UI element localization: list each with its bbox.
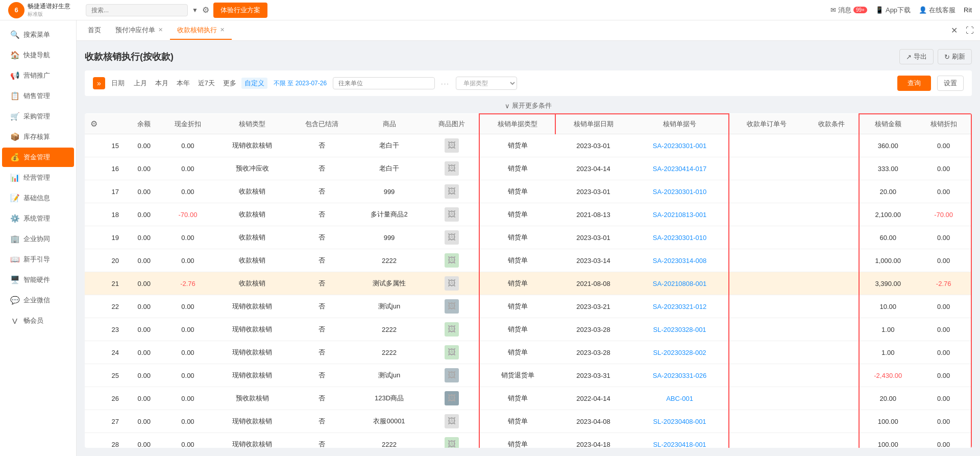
bill-no-link[interactable]: SA-20230321-012 <box>653 303 707 310</box>
expand-icon: ∨ <box>505 102 510 110</box>
search-input[interactable] <box>86 4 188 16</box>
online-service[interactable]: 👤 在线客服 <box>919 6 955 15</box>
bill-no-link[interactable]: SA-20230301-010 <box>653 188 707 196</box>
cell-balance: 0.00 <box>127 295 160 318</box>
marketing-icon: 📢 <box>10 71 19 80</box>
user-name[interactable]: Rit <box>964 6 972 14</box>
sidebar-item-wechat[interactable]: 💬 企业微信 <box>2 291 74 310</box>
bill-type-select[interactable]: 单据类型 <box>456 77 517 90</box>
cell-verify-bill-type: 销货单 <box>479 410 556 433</box>
bill-no-link[interactable]: SA-20230314-008 <box>653 257 707 265</box>
operations-icon: 📊 <box>10 173 19 182</box>
top-bar: 6 畅捷通谱好生意 标准版 ▼ ⚙ 体验行业方案 ✉ 消息 99+ 📱 App下… <box>0 0 980 20</box>
bill-no-link[interactable]: SL-20230408-001 <box>653 418 706 425</box>
cell-settings <box>85 318 103 341</box>
tab-prepaid-close[interactable]: ✕ <box>158 27 163 33</box>
cell-settings <box>85 410 103 433</box>
bill-no-link[interactable]: SA-20230301-010 <box>653 234 707 242</box>
sidebar-item-system[interactable]: ⚙️ 系统管理 <box>2 209 74 228</box>
tab-collection-close[interactable]: ✕ <box>220 27 225 33</box>
bill-no-link[interactable]: SA-20230331-026 <box>653 372 707 379</box>
cell-balance: 0.00 <box>127 226 160 249</box>
bill-no-link[interactable]: SA-20230301-001 <box>653 142 707 150</box>
industry-btn[interactable]: 体验行业方案 <box>213 3 267 18</box>
cell-verify-bill-no: SA-20210813-001 <box>631 203 729 226</box>
inventory-icon: 📦 <box>10 132 19 141</box>
cell-verify-discount: 0.00 <box>916 341 971 364</box>
sidebar-item-guide[interactable]: 📖 新手引导 <box>2 250 74 269</box>
search-area: ▼ ⚙ 体验行业方案 <box>86 3 824 18</box>
app-download[interactable]: 📱 App下载 <box>875 6 911 15</box>
sidebar-item-smart-hw[interactable]: 🖥️ 智能硬件 <box>2 270 74 290</box>
cell-product: 999 <box>354 180 425 203</box>
cell-verify-bill-no: ABC-001 <box>631 387 729 410</box>
date-btn-last-month[interactable]: 上月 <box>131 78 150 89</box>
filter-toggle-btn[interactable]: » <box>93 77 105 89</box>
counterparty-input[interactable] <box>333 77 435 89</box>
logo-sub: 标准版 <box>28 11 70 18</box>
sales-icon: 📋 <box>10 91 19 101</box>
bill-no-link[interactable]: SA-20230414-017 <box>653 165 707 173</box>
cell-verify-discount: -70.00 <box>916 203 971 226</box>
cell-verify-discount: 0.00 <box>916 318 971 341</box>
sidebar-item-purchase[interactable]: 🛒 采购管理 <box>2 107 74 126</box>
bill-no-link[interactable]: SA-20210813-001 <box>653 211 707 219</box>
filter-setting-btn[interactable]: 设置 <box>937 76 964 91</box>
cell-verify-type: 收款核销 <box>215 249 290 272</box>
message-notif[interactable]: ✉ 消息 99+ <box>830 6 867 15</box>
date-range-display: 不限 至 2023-07-26 <box>274 79 327 88</box>
basic-info-icon: 📝 <box>10 194 19 203</box>
sidebar-item-basic-info[interactable]: 📝 基础信息 <box>2 188 74 208</box>
tab-collection-label: 收款核销执行 <box>177 26 217 35</box>
sidebar-item-marketing[interactable]: 📢 营销推广 <box>2 66 74 85</box>
expand-more-btn[interactable]: ∨ 展开更多条件 <box>505 101 552 110</box>
date-btn-this-year[interactable]: 本年 <box>174 78 193 89</box>
cell-verify-bill-date: 2023-03-31 <box>555 364 631 387</box>
export-btn[interactable]: ↗ 导出 <box>899 49 934 64</box>
page-content: 收款核销执行(按收款) ↗ 导出 ↻ 刷新 » 日期 上月 <box>77 41 980 456</box>
date-btn-more[interactable]: 更多 <box>220 78 239 89</box>
cell-verify-type: 现销收款核销 <box>215 295 290 318</box>
date-btn-custom[interactable]: 自定义 <box>241 78 267 89</box>
cell-verify-bill-type: 销货单 <box>479 203 556 226</box>
cell-cash-discount: 0.00 <box>161 180 215 203</box>
cell-cash-discount: 0.00 <box>161 226 215 249</box>
tab-prepaid[interactable]: 预付冲应付单 ✕ <box>108 21 170 40</box>
tab-expand-btn[interactable]: ⛶ <box>964 23 976 37</box>
sidebar-item-finance[interactable]: 💰 资金管理 <box>2 148 74 167</box>
tab-close-btn[interactable]: ✕ <box>949 23 960 37</box>
smart-hw-icon: 🖥️ <box>10 275 19 284</box>
sidebar-item-operations[interactable]: 📊 经营管理 <box>2 168 74 187</box>
refresh-btn[interactable]: ↻ 刷新 <box>938 49 972 64</box>
dropdown-btn[interactable]: ▼ <box>192 7 198 14</box>
col-settings-icon[interactable]: ⚙ <box>90 119 97 128</box>
tab-collection[interactable]: 收款核销执行 ✕ <box>170 21 232 40</box>
cell-collect-order-no <box>729 180 804 203</box>
sidebar-label-wechat: 企业微信 <box>23 296 50 305</box>
cell-verify-type: 现销收款核销 <box>215 410 290 433</box>
bill-no-link[interactable]: SL-20230328-001 <box>653 326 706 333</box>
notif-badge: 99+ <box>853 7 867 13</box>
cell-verify-bill-date: 2023-03-14 <box>555 249 631 272</box>
tab-home[interactable]: 首页 <box>81 21 108 40</box>
query-btn[interactable]: 查询 <box>897 76 931 91</box>
sidebar-item-inventory[interactable]: 📦 库存核算 <box>2 127 74 147</box>
bill-no-link[interactable]: SL-20230418-001 <box>653 441 706 448</box>
bill-no-link[interactable]: SL-20230328-002 <box>653 349 706 356</box>
bill-no-link[interactable]: SA-20210808-001 <box>653 280 707 287</box>
table-row: 21 0.00 -2.76 收款核销 否 测试多属性 🖼 销货单 2021-08… <box>85 272 971 295</box>
date-btn-this-month[interactable]: 本月 <box>152 78 172 89</box>
sidebar-item-search-menu[interactable]: 🔍 搜索菜单 <box>2 25 74 44</box>
sidebar-item-sales[interactable]: 📋 销售管理 <box>2 86 74 106</box>
sidebar-item-member[interactable]: V 畅会员 <box>2 311 74 330</box>
bill-no-link[interactable]: ABC-001 <box>666 395 693 402</box>
cell-product: 测试jun <box>354 364 425 387</box>
settings-icon[interactable]: ⚙ <box>202 5 209 15</box>
page-actions: ↗ 导出 ↻ 刷新 <box>899 49 972 64</box>
sidebar-item-quick-nav[interactable]: 🏠 快捷导航 <box>2 45 74 65</box>
cell-cash-discount: 0.00 <box>161 157 215 180</box>
sidebar-item-enterprise[interactable]: 🏢 企业协同 <box>2 229 74 249</box>
cell-settings <box>85 226 103 249</box>
cell-verify-amount: 1.00 <box>859 341 916 364</box>
date-btn-7days[interactable]: 近7天 <box>195 78 218 89</box>
